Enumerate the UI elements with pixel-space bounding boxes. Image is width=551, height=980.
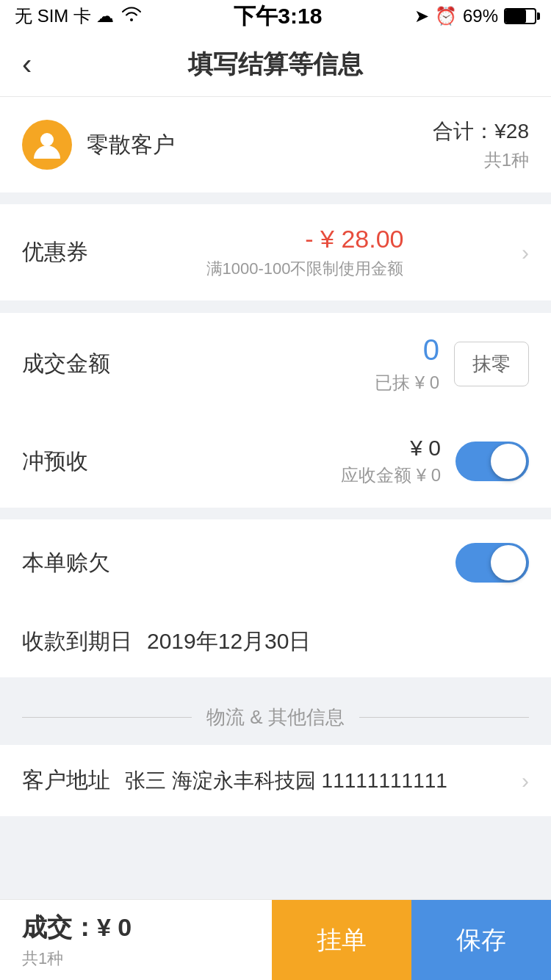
header-line-left: [22, 717, 192, 718]
bottom-deal-value: ¥ 0: [97, 913, 132, 941]
due-date-row: 收款到期日 2019年12月30日: [0, 606, 551, 678]
address-value: 张三 海淀永丰科技园 11111111111: [125, 767, 522, 795]
coupon-row[interactable]: 优惠券 - ¥ 28.00 满1000-100不限制使用金额 ›: [0, 204, 551, 301]
content: 零散客户 合计：¥28 共1种 优惠券 - ¥ 28.00 满1000-100不…: [0, 97, 551, 945]
coupon-discount: - ¥ 28.00: [206, 225, 404, 253]
due-date-label: 收款到期日: [22, 627, 132, 657]
customer-right: 合计：¥28 共1种: [433, 118, 529, 172]
bottom-count: 共1种: [22, 948, 250, 970]
person-icon: [32, 129, 62, 160]
bottom-deal-info: 成交：¥ 0: [22, 911, 250, 945]
customer-count: 共1种: [433, 148, 529, 172]
divider-4: [0, 678, 551, 690]
deal-amount-sub: 已抹 ¥ 0: [375, 371, 439, 394]
bottom-deal-label: 成交：: [22, 913, 97, 941]
prepay-right: ¥ 0 应收金额 ¥ 0: [341, 436, 529, 487]
customer-section: 零散客户 合计：¥28 共1种: [0, 97, 551, 192]
credit-toggle-knob: [491, 545, 526, 580]
wifi-icon: [121, 6, 142, 26]
deal-amount-value[interactable]: 0: [375, 334, 439, 367]
coupon-chevron-icon: ›: [522, 240, 529, 265]
divider-3: [0, 508, 551, 519]
status-bar-left: 无 SIM 卡 ☁: [15, 4, 142, 28]
customer-total: 合计：¥28: [433, 118, 529, 145]
prepay-sub: 应收金额 ¥ 0: [341, 464, 441, 487]
back-button[interactable]: ‹: [22, 48, 32, 81]
coupon-right: - ¥ 28.00 满1000-100不限制使用金额: [206, 225, 404, 280]
coupon-desc: 满1000-100不限制使用金额: [206, 258, 404, 280]
status-time: 下午3:18: [234, 1, 322, 32]
divider-5: [0, 816, 551, 828]
credit-label: 本单赊欠: [22, 548, 110, 578]
page-title: 填写结算等信息: [188, 48, 363, 82]
prepay-row: 冲预收 ¥ 0 应收金额 ¥ 0: [0, 415, 551, 508]
logistics-header-text: 物流 & 其他信息: [206, 705, 345, 730]
bottom-bar: 成交：¥ 0 共1种 挂单 保存: [0, 899, 551, 980]
deal-input-area: 0 已抹 ¥ 0: [375, 334, 439, 394]
location-icon: ➤: [414, 6, 429, 26]
battery-label: 69%: [463, 6, 498, 26]
hang-order-button[interactable]: 挂单: [272, 900, 411, 981]
status-bar-right: ➤ ⏰ 69%: [414, 6, 536, 26]
address-chevron-icon: ›: [522, 768, 529, 793]
divider-2: [0, 301, 551, 313]
credit-row: 本单赊欠: [0, 519, 551, 606]
customer-avatar: [22, 120, 72, 170]
status-bar: 无 SIM 卡 ☁ 下午3:18 ➤ ⏰ 69%: [0, 0, 551, 32]
credit-toggle[interactable]: [455, 543, 529, 583]
due-date-value[interactable]: 2019年12月30日: [147, 627, 311, 657]
battery-icon: [504, 8, 536, 24]
header-line-right: [359, 717, 529, 718]
address-label: 客户地址: [22, 765, 110, 796]
svg-point-0: [40, 133, 54, 146]
customer-row: 零散客户 合计：¥28 共1种: [22, 118, 529, 172]
coupon-label: 优惠券: [22, 237, 88, 267]
deal-amount-label: 成交金额: [22, 349, 110, 379]
prepay-value: ¥ 0: [341, 436, 441, 461]
round-button[interactable]: 抹零: [454, 342, 529, 386]
logistics-header: 物流 & 其他信息: [0, 690, 551, 745]
alarm-icon: ⏰: [435, 6, 457, 26]
nav-bar: ‹ 填写结算等信息: [0, 32, 551, 97]
no-sim-label: 无 SIM 卡 ☁: [15, 4, 114, 28]
divider-1: [0, 192, 551, 204]
address-row[interactable]: 客户地址 张三 海淀永丰科技园 11111111111 ›: [0, 745, 551, 816]
customer-left: 零散客户: [22, 120, 175, 170]
save-button[interactable]: 保存: [411, 900, 551, 981]
customer-name: 零散客户: [87, 130, 175, 160]
prepay-toggle[interactable]: [455, 442, 529, 481]
prepay-label: 冲预收: [22, 447, 88, 477]
deal-amount-right: 0 已抹 ¥ 0 抹零: [375, 334, 529, 394]
toggle-knob: [491, 444, 526, 479]
bottom-info: 成交：¥ 0 共1种: [0, 911, 272, 970]
prepay-amount-area: ¥ 0 应收金额 ¥ 0: [341, 436, 441, 487]
deal-amount-row: 成交金额 0 已抹 ¥ 0 抹零: [0, 313, 551, 415]
